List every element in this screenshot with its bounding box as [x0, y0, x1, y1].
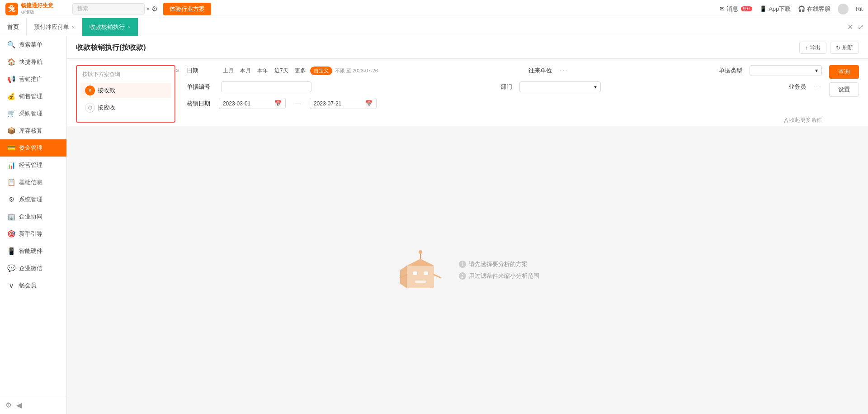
expand-icon[interactable]: ⤢: [858, 23, 863, 31]
refresh-button[interactable]: ↻ 刷新: [830, 42, 859, 54]
sidebar-item-sys[interactable]: ⚙ 系统管理: [0, 191, 66, 208]
query-button[interactable]: 查询: [829, 65, 859, 79]
sidebar-item-label: 基础信息: [19, 178, 42, 186]
sidebar: 🔍 搜索菜单 🏠 快捷导航 📢 营销推广 💰 销售管理 🛒 采购管理 📦 库存核…: [0, 36, 67, 414]
online-service-group[interactable]: 🎧 在线客服: [798, 5, 830, 13]
tab-receivable-label: 收款核销执行: [90, 23, 125, 31]
collapse-more-btn[interactable]: ⋀ 收起更多条件: [784, 116, 822, 124]
verify-date-end[interactable]: 2023-07-21 📅: [310, 98, 377, 109]
collapse-sidebar-icon[interactable]: ◀: [16, 401, 22, 409]
staff-select-dots[interactable]: ···: [813, 83, 822, 91]
tab-receivable[interactable]: 收款核销执行 ×: [82, 18, 138, 36]
verify-date-start[interactable]: 2023-03-01 📅: [219, 98, 286, 109]
tab-prepay-label: 预付冲应付单: [34, 23, 69, 31]
filter-row-1: 日期 上月 本月 本年 近7天 更多 自定义 不限 至 2023-07-26 往…: [187, 65, 822, 76]
date-btn-last-month[interactable]: 上月: [221, 66, 236, 76]
industry-btn[interactable]: 体验行业方案: [163, 3, 211, 15]
tip-num-1: 1: [459, 261, 466, 268]
receipt-option-label: 按收款: [98, 86, 115, 95]
dept-chevron-down-icon: ▾: [594, 84, 597, 90]
sidebar-item-enterprise[interactable]: 🏢 企业协同: [0, 208, 66, 225]
sidebar-item-guide[interactable]: 🎯 新手引导: [0, 225, 66, 243]
unit-select-dots[interactable]: ···: [559, 67, 568, 75]
filter-row-3: 核销日期 2023-03-01 📅 — 2023-07-21 📅: [187, 98, 822, 109]
tab-prepay[interactable]: 预付冲应付单 ×: [27, 18, 82, 36]
sidebar-item-sales[interactable]: 💰 销售管理: [0, 88, 66, 105]
refresh-label: 刷新: [842, 44, 853, 52]
message-badge: 99+: [741, 6, 752, 11]
refresh-icon: ↻: [836, 45, 840, 51]
staff-label: 业务员: [788, 83, 806, 91]
chevron-down-icon[interactable]: ▾: [146, 5, 150, 12]
biz-icon: 📊: [7, 161, 15, 169]
sidebar-item-biz[interactable]: 📊 经营管理: [0, 157, 66, 174]
collapse-filter-btn[interactable]: »: [175, 66, 179, 74]
app-download-group[interactable]: 📱 App下载: [760, 5, 791, 13]
doc-type-select[interactable]: ▾: [750, 65, 822, 76]
svg-rect-0: [407, 266, 434, 288]
wechat-icon: 💬: [7, 264, 15, 272]
filter-option-by-receivable[interactable]: ⏱ 按应收: [80, 100, 171, 115]
message-group[interactable]: ✉ 消息 99+: [720, 5, 752, 13]
svg-rect-4: [424, 271, 428, 275]
tab-prepay-close[interactable]: ×: [72, 24, 75, 30]
user-avatar[interactable]: [838, 4, 849, 14]
svg-rect-3: [413, 271, 417, 275]
app-download-label: App下载: [769, 5, 791, 13]
sidebar-item-label: 经营管理: [19, 161, 42, 169]
date-btn-this-month[interactable]: 本月: [238, 66, 253, 76]
sidebar-item-base[interactable]: 📋 基础信息: [0, 174, 66, 191]
verify-date-start-val: 2023-03-01: [223, 100, 250, 107]
doc-no-input[interactable]: [221, 81, 311, 92]
dept-select[interactable]: ▾: [519, 81, 601, 92]
receivable-option-icon: ⏱: [85, 103, 95, 113]
purchase-icon: 🛒: [7, 109, 15, 118]
sidebar-item-label: 搜索菜单: [19, 41, 42, 49]
receivable-option-label: 按应收: [98, 104, 115, 112]
sys-icon: ⚙: [7, 195, 15, 204]
online-service-label: 在线客服: [807, 5, 830, 13]
tab-receivable-close[interactable]: ×: [127, 24, 130, 30]
sidebar-item-label: 快捷导航: [19, 58, 42, 66]
svg-marker-1: [407, 259, 434, 266]
collapse-more-label: 收起更多条件: [789, 116, 822, 124]
date-btn-7days[interactable]: 近7天: [273, 66, 290, 76]
app-logo: 兔 畅捷通好生意 标准版: [5, 2, 72, 16]
sidebar-item-quick-nav[interactable]: 🏠 快捷导航: [0, 53, 66, 71]
sidebar-item-label: 营销推广: [19, 75, 42, 83]
filter-sidebar: 按以下方案查询 ¥ 按收款 ⏱ 按应收: [76, 65, 175, 123]
vip-icon: V: [7, 282, 15, 289]
sidebar-item-vip[interactable]: V 畅会员: [0, 277, 66, 294]
sidebar-item-marketing[interactable]: 📢 营销推广: [0, 71, 66, 88]
date-btn-custom[interactable]: 自定义: [310, 67, 332, 75]
sidebar-item-smart-hw[interactable]: 📱 智能硬件: [0, 243, 66, 260]
settings-icon[interactable]: ⚙: [5, 401, 12, 409]
sidebar-item-inventory[interactable]: 📦 库存核算: [0, 122, 66, 139]
date-btn-more[interactable]: 更多: [293, 66, 307, 76]
tab-bar-controls: ✕ ⤢: [843, 23, 868, 31]
verify-date-label: 核销日期: [187, 100, 212, 108]
close-all-icon[interactable]: ✕: [847, 23, 853, 31]
filter-option-by-receipt[interactable]: ¥ 按收款: [80, 83, 171, 98]
unit-label: 往来单位: [525, 67, 552, 75]
tab-home-label: 首页: [7, 23, 19, 31]
empty-tips: 1 请先选择要分析的方案 2 用过滤条件来缩小分析范围: [459, 260, 539, 280]
svg-rect-5: [415, 281, 426, 283]
top-search-box[interactable]: 搜索: [72, 3, 145, 14]
export-button[interactable]: ↑ 导出: [799, 42, 826, 54]
tab-home[interactable]: 首页: [0, 18, 27, 36]
sidebar-item-purchase[interactable]: 🛒 采购管理: [0, 105, 66, 122]
sidebar-item-search-menu[interactable]: 🔍 搜索菜单: [0, 36, 66, 53]
search-placeholder: 搜索: [77, 5, 88, 12]
sidebar-item-fund[interactable]: 💳 资金管理: [0, 139, 66, 157]
date-btn-this-year[interactable]: 本年: [255, 66, 270, 76]
sidebar-item-label: 新手引导: [19, 230, 42, 238]
sidebar-item-wechat[interactable]: 💬 企业微信: [0, 260, 66, 277]
home-icon: 🏠: [7, 58, 15, 66]
setting-button[interactable]: 设置: [829, 82, 859, 97]
app-download-icon: 📱: [760, 5, 767, 12]
page-title: 收款核销执行(按收款): [76, 43, 146, 52]
date-label: 日期: [187, 67, 214, 75]
main-layout: 🔍 搜索菜单 🏠 快捷导航 📢 营销推广 💰 销售管理 🛒 采购管理 📦 库存核…: [0, 36, 868, 414]
gear-icon[interactable]: ⚙: [150, 4, 160, 14]
